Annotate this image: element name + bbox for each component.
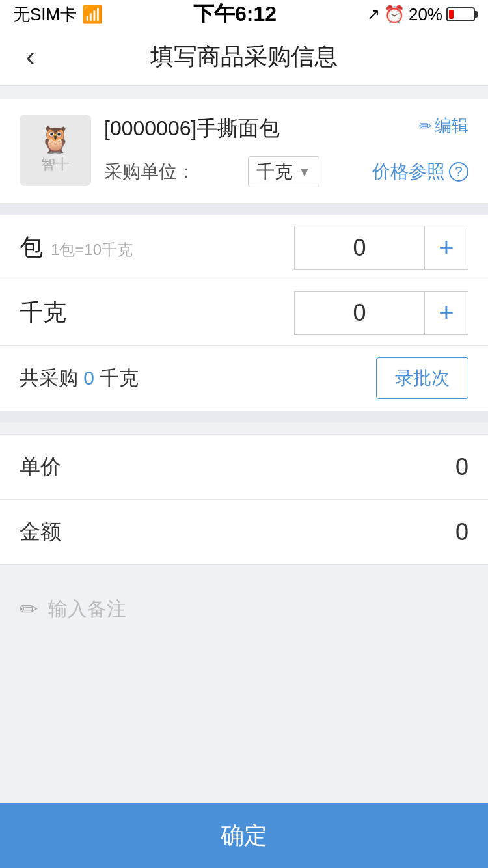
- bag-plus-button[interactable]: +: [424, 226, 468, 270]
- edit-icon: ✏: [419, 117, 432, 135]
- location-icon: ↗: [367, 5, 380, 23]
- unit-select[interactable]: 千克 ▼: [248, 156, 319, 187]
- amount-row: 金额 0: [0, 500, 488, 565]
- product-card: 🦉 智十 [0000006]手撕面包 ✏ 编辑 采购单位： 千克 ▼ 价格参照 …: [0, 99, 488, 204]
- section-separator: [0, 204, 488, 215]
- kg-quantity-input[interactable]: [294, 291, 424, 335]
- status-time: 下午6:12: [193, 0, 277, 29]
- kg-plus-button[interactable]: +: [424, 291, 468, 335]
- product-name: [0000006]手撕面包: [104, 115, 406, 143]
- carrier-label: 无SIM卡: [13, 3, 77, 26]
- bag-input-control: +: [294, 226, 468, 270]
- wifi-icon: 📶: [82, 5, 103, 25]
- status-carrier: 无SIM卡 📶: [13, 3, 103, 26]
- pencil-icon: ✏: [20, 596, 38, 622]
- product-info: [0000006]手撕面包 ✏ 编辑 采购单位： 千克 ▼ 价格参照 ?: [104, 115, 468, 187]
- battery-pct: 20%: [409, 5, 442, 25]
- batch-record-button[interactable]: 录批次: [376, 357, 468, 399]
- kg-label: 千克: [20, 297, 66, 329]
- summary-value: 0: [83, 367, 94, 388]
- unit-price-label: 单价: [20, 453, 61, 481]
- section-separator-2: [0, 411, 488, 422]
- edit-button[interactable]: ✏ 编辑: [406, 115, 468, 137]
- remark-placeholder: 输入备注: [48, 596, 126, 623]
- input-section: 包 1包=10千克 + 千克 +: [0, 215, 488, 346]
- unit-label: 采购单位：: [104, 159, 195, 184]
- battery-icon: [446, 7, 475, 21]
- price-section: 单价 0 金额 0: [0, 434, 488, 565]
- confirm-button[interactable]: 确定: [0, 803, 488, 868]
- bag-sub-label: 1包=10千克: [51, 239, 133, 260]
- price-reference-button[interactable]: 价格参照 ?: [372, 159, 468, 184]
- unit-price-row: 单价 0: [0, 435, 488, 500]
- owl-logo-icon: 🦉: [39, 126, 72, 152]
- summary-text: 共采购 0 千克: [20, 365, 139, 392]
- amount-label: 金额: [20, 518, 61, 547]
- product-thumbnail: 🦉 智十: [20, 115, 91, 186]
- kg-input-control: +: [294, 291, 468, 335]
- page-title: 填写商品采购信息: [150, 41, 338, 73]
- back-button[interactable]: ‹: [20, 36, 41, 78]
- bag-input-row: 包 1包=10千克 +: [0, 215, 488, 280]
- amount-value: 0: [455, 519, 468, 546]
- status-bar: 无SIM卡 📶 下午6:12 ↗ ⏰ 20%: [0, 0, 488, 29]
- status-right: ↗ ⏰ 20%: [367, 5, 475, 25]
- nav-bar: ‹ 填写商品采购信息: [0, 29, 488, 86]
- unit-price-value: 0: [455, 454, 468, 481]
- help-icon: ?: [449, 162, 468, 182]
- dropdown-arrow-icon: ▼: [298, 165, 311, 180]
- logo-text: 智十: [41, 155, 70, 174]
- bag-label: 包: [20, 232, 43, 264]
- summary-section: 共采购 0 千克 录批次: [0, 346, 488, 411]
- alarm-icon: ⏰: [384, 5, 405, 25]
- bag-quantity-input[interactable]: [294, 226, 424, 270]
- remark-section[interactable]: ✏ 输入备注: [0, 576, 488, 642]
- kg-input-row: 千克 +: [0, 280, 488, 346]
